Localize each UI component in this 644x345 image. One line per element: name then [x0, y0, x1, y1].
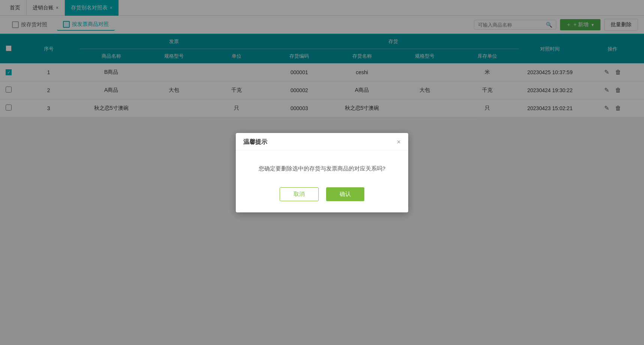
modal-overlay: 温馨提示 × 您确定要删除选中的存货与发票商品的对应关系吗? 取消 确认 [0, 0, 644, 117]
